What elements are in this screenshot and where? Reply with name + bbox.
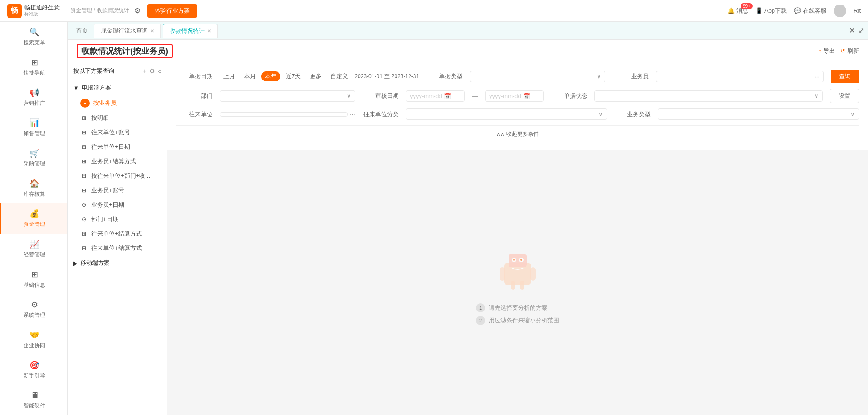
refresh-label: 刷新 (847, 47, 859, 55)
date-filter-control: 上月 本月 本年 近7天 更多 自定义 2023-01-01 至 2023-12… (220, 71, 419, 81)
doc-type-label: 单据类型 (426, 72, 462, 80)
export-button[interactable]: ↑ 导出 (819, 47, 835, 55)
mobile-label: 移动端方案 (80, 259, 110, 267)
sidebar-item-sales[interactable]: 📊 销售管理 (0, 113, 67, 143)
page-title-box: 收款情况统计(按业务员) (77, 44, 173, 58)
date-tab-last-month[interactable]: 上月 (220, 71, 239, 81)
panel-header-actions: + ⚙ « (143, 67, 161, 75)
settings-button[interactable]: 设置 (830, 89, 859, 103)
dept-caret: ∨ (347, 93, 351, 99)
panel-add-btn[interactable]: + (143, 67, 146, 75)
sidebar-item-business[interactable]: 📈 经营管理 (0, 234, 67, 264)
refresh-icon: ↺ (840, 47, 845, 54)
sidebar-item-marketing[interactable]: 📢 营销推广 (0, 82, 67, 113)
salesman-label: 业务员 (613, 72, 649, 80)
notification-area[interactable]: 🔔 消息 99+ (727, 7, 748, 15)
tab-receipt[interactable]: 收款情况统计 ✕ (163, 24, 218, 38)
date-tab-7days[interactable]: 近7天 (282, 71, 304, 81)
tab-bank-label: 现金银行流水查询 (101, 27, 148, 35)
step-2-num: 2 (476, 316, 485, 325)
export-icon: ↑ (819, 47, 822, 54)
sidebar-item-purchase[interactable]: 🛒 采购管理 (0, 143, 67, 173)
panel-collapse-btn[interactable]: « (158, 67, 161, 75)
review-date-from[interactable]: yyyy-mm-dd 📅 (406, 90, 465, 102)
panel-section-desktop[interactable]: ▼ 电脑端方案 (68, 80, 167, 95)
panel-item-dept-date[interactable]: ⊙ 部门+日期 (68, 212, 167, 226)
panel-item-partner-date[interactable]: ⊟ 往来单位+日期 (68, 140, 167, 154)
doc-status-select[interactable]: ∨ (594, 90, 823, 102)
date-to-display: 2023-12-31 (392, 73, 419, 80)
tab-receipt-close[interactable]: ✕ (208, 28, 211, 33)
online-service-area[interactable]: 💬 在线客服 (794, 7, 826, 15)
collapse-up-icon: ∧∧ (496, 131, 505, 137)
dept-select[interactable]: ∨ (220, 90, 355, 102)
review-date-to[interactable]: yyyy-mm-dd 📅 (485, 90, 544, 102)
app-edition: 标准版 (24, 11, 60, 17)
doc-type-select[interactable]: ∨ (470, 71, 605, 82)
query-button[interactable]: 查询 (831, 70, 859, 83)
salesman-select[interactable]: ··· (656, 71, 824, 82)
step-2-text: 用过滤条件来缩小分析范围 (489, 316, 559, 325)
filter-row-3: 往来单位 ··· 往来单位分类 ∨ 业务类型 (176, 108, 859, 120)
page-header: 收款情况统计(按业务员) ↑ 导出 ↺ 刷新 (68, 40, 868, 62)
sidebar-item-system-label: 系统管理 (24, 311, 45, 319)
partner-select[interactable] (220, 112, 348, 117)
sidebar-item-system[interactable]: ⚙ 系统管理 (0, 294, 67, 325)
doc-type-caret: ∨ (597, 73, 601, 80)
panel-section-mobile[interactable]: ▶ 移动端方案 (68, 255, 167, 271)
panel-item-by-salesman[interactable]: ● 按业务员 (68, 95, 167, 111)
sidebar-item-enterprise-label: 企业协同 (24, 342, 45, 349)
settings-icon[interactable]: ⚙ (131, 5, 144, 17)
panel-item-salesman-date[interactable]: ⊙ 业务员+日期 (68, 198, 167, 212)
biz-type-caret: ∨ (850, 111, 855, 118)
tab-bank-close[interactable]: ✕ (151, 28, 154, 33)
panel-item-salesman-settle[interactable]: ⊞ 业务员+结算方式 (68, 154, 167, 169)
panel-item-partner-settle2[interactable]: ⊟ 往来单位+结算方式 (68, 241, 167, 255)
download-icon: 📱 (755, 7, 763, 14)
panel-item-partner-dept-collect[interactable]: ⊟ 按往来单位+部门+收... (68, 169, 167, 183)
tab-home[interactable]: 首页 (71, 24, 92, 38)
sidebar-item-search[interactable]: 🔍 搜索菜单 (0, 22, 67, 52)
collapse-label: 收起更多条件 (506, 130, 539, 138)
salesman-caret: ··· (815, 73, 820, 80)
svg-rect-9 (520, 281, 524, 290)
sidebar-item-enterprise[interactable]: 🤝 企业协同 (0, 325, 67, 355)
date-tab-more[interactable]: 更多 (306, 71, 325, 81)
sidebar-item-quicknav[interactable]: ⊞ 快捷导航 (0, 52, 67, 82)
panel-item-salesman-account[interactable]: ⊟ 业务员+账号 (68, 183, 167, 198)
biz-type-select[interactable]: ∨ (658, 108, 859, 120)
sidebar-item-basic[interactable]: ⊞ 基础信息 (0, 264, 67, 294)
panel-item-partner-account-label: 往来单位+账号 (91, 128, 130, 137)
sidebar-item-quicknav-label: 快捷导航 (24, 69, 45, 77)
sidebar-item-inventory[interactable]: 🏠 库存核算 (0, 173, 67, 203)
step-1-text: 请先选择要分析的方案 (489, 304, 547, 312)
collapse-bar[interactable]: ∧∧ 收起更多条件 (176, 125, 859, 142)
date-tab-this-month[interactable]: 本月 (241, 71, 259, 81)
tab-close-all-btn[interactable]: ✕ (849, 26, 855, 35)
calendar-icon2: 📅 (523, 93, 530, 99)
trial-button[interactable]: 体验行业方案 (147, 4, 197, 18)
sidebar-item-hardware-label: 智能硬件 (24, 402, 45, 410)
tab-bank[interactable]: 现金银行流水查询 ✕ (94, 24, 161, 38)
partner-category-select[interactable]: ∨ (406, 108, 607, 120)
sidebar-item-hardware[interactable]: 🖥 智能硬件 (0, 385, 67, 415)
panel-item-partner-account[interactable]: ⊟ 往来单位+账号 (68, 125, 167, 140)
panel-title: 按以下方案查询 (73, 67, 114, 75)
content-area: 首页 现金银行流水查询 ✕ 收款情况统计 ✕ ✕ ⤢ 收款情况统计(按业务员) … (68, 22, 868, 415)
panel-settings-btn[interactable]: ⚙ (149, 67, 155, 75)
panel-item-partner-settle1[interactable]: ⊞ 往来单位+结算方式 (68, 226, 167, 241)
sidebar-item-search-label: 搜索菜单 (24, 39, 45, 47)
date-tab-this-year[interactable]: 本年 (261, 71, 280, 81)
date-tab-custom[interactable]: 自定义 (327, 71, 352, 81)
partner-dots[interactable]: ··· (349, 110, 355, 118)
main-layout: 🔍 搜索菜单 ⊞ 快捷导航 📢 营销推广 📊 销售管理 🛒 采购管理 🏠 库存核… (0, 22, 868, 415)
app-download-area[interactable]: 📱 App下载 (755, 7, 787, 15)
app-name: 畅捷通好生意 (24, 4, 60, 11)
tab-maximize-btn[interactable]: ⤢ (859, 26, 864, 35)
refresh-button[interactable]: ↺ 刷新 (840, 47, 859, 55)
panel-item-by-detail[interactable]: ⊞ 按明细 (68, 111, 167, 125)
sidebar-item-guide[interactable]: 🎯 新手引导 (0, 355, 67, 385)
panel-item-by-salesman-label: 按业务员 (93, 99, 117, 107)
user-avatar[interactable] (834, 5, 846, 17)
sidebar-item-finance[interactable]: 💰 资金管理 (0, 203, 67, 234)
